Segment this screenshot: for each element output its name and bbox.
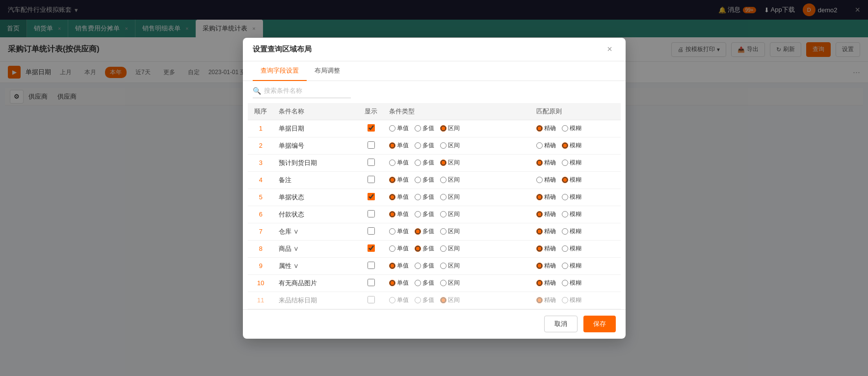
dialog-table-wrap[interactable]: 顺序 条件名称 显示 条件类型 匹配原则 1单据日期单值多值区间精确模糊2单据编… (243, 103, 626, 111)
dialog-header: 设置查询区域布局 × (243, 38, 626, 61)
dialog-tab-fields[interactable]: 查询字段设置 (253, 61, 307, 81)
dialog-close-button[interactable]: × (604, 43, 616, 55)
col-match: 匹配原则 (531, 103, 621, 111)
col-type: 条件类型 (384, 103, 531, 111)
search-box: 🔍 (253, 87, 351, 98)
search-icon: 🔍 (253, 87, 261, 95)
col-name: 条件名称 (274, 103, 358, 111)
search-input[interactable] (264, 87, 342, 94)
dialog: 设置查询区域布局 × 查询字段设置 布局调整 🔍 顺序 (243, 38, 626, 111)
dialog-tab-layout[interactable]: 布局调整 (307, 61, 348, 81)
dialog-search-area: 🔍 (243, 81, 626, 98)
col-order: 顺序 (248, 103, 274, 111)
col-display: 显示 (358, 103, 384, 111)
dialog-tabs: 查询字段设置 布局调整 (243, 61, 626, 81)
dialog-title: 设置查询区域布局 (253, 45, 312, 54)
dialog-table: 顺序 条件名称 显示 条件类型 匹配原则 1单据日期单值多值区间精确模糊2单据编… (248, 103, 621, 111)
modal-overlay: 设置查询区域布局 × 查询字段设置 布局调整 🔍 顺序 (0, 0, 868, 110)
